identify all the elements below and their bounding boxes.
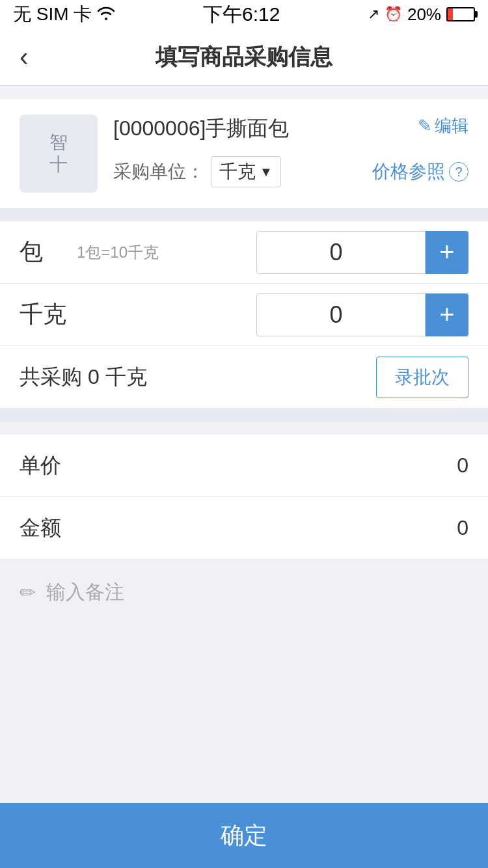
wifi-icon <box>97 4 115 25</box>
status-left: 无 SIM 卡 <box>13 2 115 27</box>
carrier-label: 无 SIM 卡 <box>13 2 92 27</box>
bao-sublabel: 1包=10千克 <box>77 242 159 263</box>
unit-label: 采购单位： <box>113 159 204 184</box>
product-name: [0000006]手撕面包 <box>113 115 289 143</box>
bao-input-group: + <box>256 231 468 274</box>
product-name-row: [0000006]手撕面包 ✎ 编辑 <box>113 115 468 143</box>
status-time: 下午6:12 <box>203 1 280 28</box>
amount-value: 0 <box>457 516 468 540</box>
product-info: [0000006]手撕面包 ✎ 编辑 采购单位： 千克 ▼ 价格参照 ? <box>113 115 468 187</box>
bao-plus-button[interactable]: + <box>426 231 468 274</box>
unit-price-value: 0 <box>457 454 468 478</box>
total-row: 共采购 0 千克 录批次 <box>0 346 488 409</box>
bao-label: 包 <box>20 236 72 268</box>
kg-input-row: 千克 + <box>0 284 488 346</box>
bao-input-row: 包 1包=10千克 + <box>0 221 488 284</box>
price-info-section: 单价 0 金额 0 <box>0 435 488 560</box>
total-label: 共采购 0 千克 <box>20 363 147 392</box>
remark-section: ✏ 输入备注 <box>0 560 488 755</box>
unit-select[interactable]: 千克 ▼ <box>211 156 281 187</box>
product-card: 智 十 [0000006]手撕面包 ✎ 编辑 采购单位： 千克 ▼ 价格参照 ? <box>0 99 488 208</box>
edit-button[interactable]: ✎ 编辑 <box>418 115 468 137</box>
status-right: ↗ ⏰ 20% <box>368 5 475 25</box>
nav-bar: ‹ 填写商品采购信息 <box>0 29 488 86</box>
bao-quantity-input[interactable] <box>256 231 426 274</box>
kg-plus-button[interactable]: + <box>426 293 468 336</box>
price-reference-button[interactable]: 价格参照 ? <box>372 159 468 184</box>
chevron-down-icon: ▼ <box>260 165 273 180</box>
battery-icon <box>446 7 475 21</box>
unit-price-row: 单价 0 <box>0 435 488 497</box>
alarm-icon: ⏰ <box>385 6 402 23</box>
status-bar: 无 SIM 卡 下午6:12 ↗ ⏰ 20% <box>0 0 488 29</box>
unit-price-label: 单价 <box>20 452 61 480</box>
kg-input-group: + <box>256 293 468 336</box>
confirm-button[interactable]: 确定 <box>0 803 488 868</box>
pencil-icon: ✏ <box>20 581 36 604</box>
edit-icon: ✎ <box>418 116 432 136</box>
kg-label: 千克 <box>20 299 72 331</box>
battery-percent: 20% <box>407 5 441 25</box>
kg-quantity-input[interactable] <box>256 293 426 336</box>
quantity-input-section: 包 1包=10千克 + 千克 + <box>0 221 488 346</box>
back-button[interactable]: ‹ <box>13 36 34 78</box>
section-divider-2 <box>0 409 488 422</box>
batch-button[interactable]: 录批次 <box>376 357 468 398</box>
unit-row: 采购单位： 千克 ▼ 价格参照 ? <box>113 156 468 187</box>
product-image: 智 十 <box>20 115 98 193</box>
amount-row: 金额 0 <box>0 497 488 560</box>
location-icon: ↗ <box>368 6 379 23</box>
amount-label: 金额 <box>20 514 61 543</box>
remark-input-row[interactable]: ✏ 输入备注 <box>20 579 468 606</box>
product-logo: 智 十 <box>49 131 68 175</box>
info-icon: ? <box>449 162 468 182</box>
page-title: 填写商品采购信息 <box>156 42 332 72</box>
section-divider-1 <box>0 208 488 221</box>
remark-placeholder: 输入备注 <box>46 579 124 606</box>
